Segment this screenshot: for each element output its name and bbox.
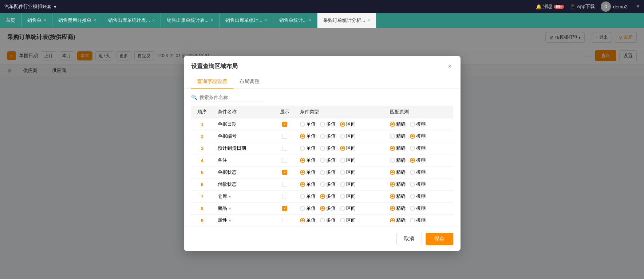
tab-sales-out1[interactable]: 销售出库单统计表... × [102,13,161,28]
type-radio-单值[interactable]: 单值 [300,217,316,222]
save-button[interactable]: 保存 [426,233,453,245]
match-radio-模糊[interactable]: 模糊 [410,133,426,140]
match-radio-模糊[interactable]: 模糊 [410,157,426,164]
type-radio-单值[interactable]: 单值 [300,205,316,212]
row-display[interactable] [273,178,296,190]
type-radio-单值[interactable]: 单值 [300,121,316,127]
type-radio-多值[interactable]: 多值 [320,193,336,200]
radio-circle [340,134,345,139]
match-radio-模糊[interactable]: 模糊 [410,169,426,176]
display-checkbox[interactable] [282,146,287,151]
tab-layout-adjust[interactable]: 布局调整 [233,75,265,89]
user-info[interactable]: D demo2 [601,1,628,12]
display-checkbox[interactable] [282,134,287,139]
type-radio-区间[interactable]: 区间 [340,193,356,200]
type-radio-单值[interactable]: 单值 [300,157,316,164]
row-display[interactable] [273,118,296,130]
chevron-down-icon[interactable]: ∨ [229,207,231,211]
tab-sales-order[interactable]: 销售单 × [21,13,52,28]
type-radio-多值[interactable]: 多值 [320,121,336,127]
cancel-button[interactable]: 取消 [396,233,422,245]
match-radio-模糊[interactable]: 模糊 [410,181,426,188]
type-radio-区间[interactable]: 区间 [340,217,356,222]
tab-close-icon[interactable]: × [152,18,155,23]
row-display[interactable] [273,215,296,223]
app-download-btn[interactable]: 📱 App下载 [570,3,595,10]
match-radio-精确[interactable]: 精确 [390,145,406,152]
type-radio-多值[interactable]: 多值 [320,205,336,212]
top-bar: 汽车配件行业模拟账套 ▾ 🔔 消息 99+ 📱 App下载 D demo2 × [0,0,644,13]
row-match: 精确模糊 [386,142,453,154]
type-radio-单值[interactable]: 单值 [300,169,316,176]
tab-sales-stat[interactable]: 销售单统计... × [273,13,318,28]
display-checkbox[interactable] [282,170,287,175]
match-radio-精确[interactable]: 精确 [390,205,406,212]
type-radio-区间[interactable]: 区间 [340,169,356,176]
match-radio-精确[interactable]: 精确 [390,157,406,164]
display-checkbox[interactable] [282,158,287,163]
tab-close-icon[interactable]: × [309,18,311,23]
match-radio-模糊[interactable]: 模糊 [410,193,426,200]
display-checkbox[interactable] [282,206,287,211]
match-radio-精确[interactable]: 精确 [390,133,406,140]
type-radio-区间[interactable]: 区间 [340,121,356,127]
row-display[interactable] [273,154,296,166]
display-checkbox[interactable] [282,122,287,127]
type-radio-单值[interactable]: 单值 [300,133,316,140]
dropdown-arrow-icon[interactable]: ▾ [54,4,56,9]
match-radio-精确[interactable]: 精确 [390,121,406,127]
search-input[interactable] [199,95,258,100]
tab-close-icon[interactable]: × [94,18,96,23]
type-radio-多值[interactable]: 多值 [320,181,336,188]
tab-home[interactable]: 首页 [0,13,21,28]
type-radio-多值[interactable]: 多值 [320,169,336,176]
type-radio-多值[interactable]: 多值 [320,133,336,140]
match-radio-精确[interactable]: 精确 [390,217,406,222]
display-checkbox[interactable] [282,194,287,199]
type-radio-单值[interactable]: 单值 [300,145,316,152]
tab-purchase-order[interactable]: 采购订单统计分析... × [317,13,376,28]
tab-close-icon[interactable]: × [211,18,213,23]
notification-btn[interactable]: 🔔 消息 99+ [536,3,564,10]
row-display[interactable] [273,166,296,178]
radio-circle [340,158,345,163]
dialog-close-button[interactable]: × [446,62,453,71]
row-match: 精确模糊 [386,130,453,142]
match-radio-精确[interactable]: 精确 [390,169,406,176]
match-radio-模糊[interactable]: 模糊 [410,121,426,127]
match-radio-模糊[interactable]: 模糊 [410,145,426,152]
top-close-icon[interactable]: × [636,3,640,10]
type-radio-多值[interactable]: 多值 [320,157,336,164]
tab-close-icon[interactable]: × [44,18,46,23]
tab-sales-expense[interactable]: 销售费用分摊单 × [52,13,102,28]
type-radio-区间[interactable]: 区间 [340,181,356,188]
match-radio-精确[interactable]: 精确 [390,193,406,200]
row-order: 9 [191,215,214,223]
tab-sales-out2[interactable]: 销售出库单统计表... × [161,13,220,28]
type-radio-区间[interactable]: 区间 [340,145,356,152]
row-display[interactable] [273,142,296,154]
row-display[interactable] [273,190,296,203]
type-radio-多值[interactable]: 多值 [320,217,336,222]
type-radio-单值[interactable]: 单值 [300,181,316,188]
chevron-down-icon[interactable]: ∨ [229,194,231,199]
type-radio-区间[interactable]: 区间 [340,205,356,212]
match-radio-精确[interactable]: 精确 [390,181,406,188]
tab-query-fields[interactable]: 查询字段设置 [191,75,233,89]
match-radio-模糊[interactable]: 模糊 [410,217,426,222]
type-radio-多值[interactable]: 多值 [320,145,336,152]
radio-circle [300,194,305,199]
tab-sales-out3[interactable]: 销售出库单统计... × [220,13,273,28]
type-radio-区间[interactable]: 区间 [340,133,356,140]
radio-circle [320,206,325,211]
chevron-down-icon[interactable]: ∨ [229,219,231,223]
row-display[interactable] [273,130,296,142]
match-radio-模糊[interactable]: 模糊 [410,205,426,212]
row-display[interactable] [273,203,296,215]
tab-close-icon[interactable]: × [367,18,370,23]
type-radio-单值[interactable]: 单值 [300,193,316,200]
display-checkbox[interactable] [282,182,287,187]
display-checkbox[interactable] [282,218,287,222]
type-radio-区间[interactable]: 区间 [340,157,356,164]
tab-close-icon[interactable]: × [265,18,267,23]
